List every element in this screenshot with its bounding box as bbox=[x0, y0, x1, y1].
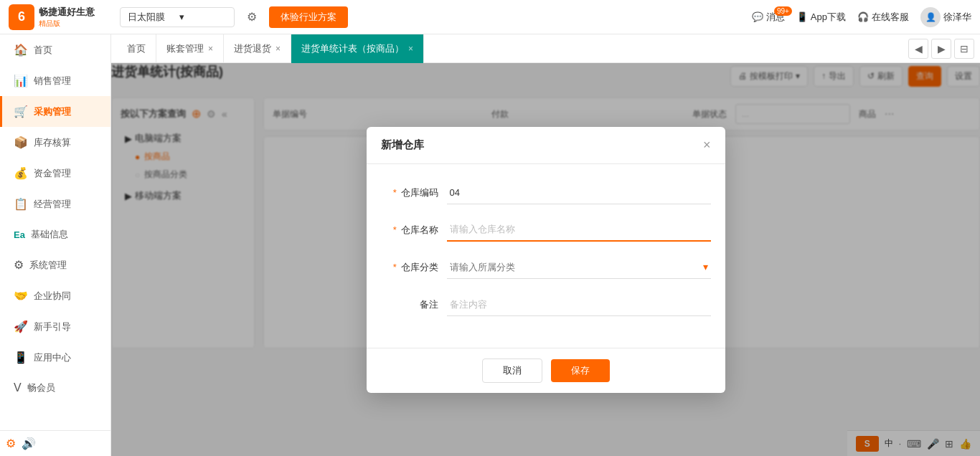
modal-body: * 仓库编码 * 仓库名称 bbox=[367, 164, 725, 348]
sidebar-footer: ⚙ 🔊 bbox=[0, 430, 110, 456]
tab-home[interactable]: 首页 bbox=[117, 34, 156, 63]
content-area: 首页 账套管理 × 进货退货 × 进货单统计表（按商品） × ◀ ▶ ⊟ bbox=[111, 34, 980, 456]
phone-icon: 📱 bbox=[796, 11, 808, 22]
warehouse-name-input[interactable] bbox=[447, 219, 711, 242]
settings-footer-icon[interactable]: ⚙ bbox=[6, 437, 16, 450]
store-selector[interactable]: 日太阳膜 ▾ bbox=[120, 7, 235, 27]
tab-menu-button[interactable]: ⊟ bbox=[954, 39, 974, 59]
required-mark-code: * bbox=[393, 187, 397, 198]
sidebar-item-finance[interactable]: 💰 资金管理 bbox=[0, 158, 110, 189]
sidebar-item-basic-info[interactable]: Ea 基础信息 bbox=[0, 219, 110, 250]
sidebar-item-label: 销售管理 bbox=[34, 75, 71, 87]
name-label: * 仓库名称 bbox=[381, 224, 438, 237]
sidebar-item-label: 应用中心 bbox=[34, 351, 71, 364]
settings-button[interactable]: ⚙ bbox=[240, 6, 263, 29]
sidebar-item-label: 首页 bbox=[34, 44, 52, 57]
sidebar-item-label: 基础信息 bbox=[31, 228, 68, 241]
cancel-button[interactable]: 取消 bbox=[482, 358, 542, 383]
sidebar-item-apps[interactable]: 📱 应用中心 bbox=[0, 342, 110, 373]
tab-purchase-stats-label: 进货单统计表（按商品） bbox=[301, 42, 404, 55]
gear-icon: ⚙ bbox=[247, 10, 257, 24]
headset-icon: 🎧 bbox=[857, 11, 869, 22]
top-header: 6 畅捷通好生意 精品版 日太阳膜 ▾ ⚙ 体验行业方案 💬 消息 99+ 📱 … bbox=[0, 0, 980, 34]
form-row-code: * 仓库编码 bbox=[381, 181, 711, 204]
finance-icon: 💰 bbox=[14, 166, 28, 180]
home-icon: 🏠 bbox=[14, 43, 28, 57]
sidebar-item-inventory[interactable]: 📦 库存核算 bbox=[0, 127, 110, 158]
sidebar-item-operations[interactable]: 📋 经营管理 bbox=[0, 189, 110, 219]
sidebar: 🏠 首页 📊 销售管理 🛒 采购管理 📦 库存核算 💰 资金管理 📋 经营管理 … bbox=[0, 34, 111, 456]
tab-controls: ◀ ▶ ⊟ bbox=[908, 39, 974, 59]
trial-button[interactable]: 体验行业方案 bbox=[269, 6, 348, 28]
tab-account-label: 账套管理 bbox=[166, 42, 204, 55]
category-label: * 仓库分类 bbox=[381, 261, 438, 274]
header-right: 💬 消息 99+ 📱 App下载 🎧 在线客服 👤 徐泽华 bbox=[752, 7, 971, 27]
tab-purchase-return[interactable]: 进货退货 × bbox=[224, 34, 291, 63]
logo-title: 畅捷通好生意 bbox=[39, 6, 95, 19]
required-mark-category: * bbox=[393, 262, 397, 272]
sidebar-item-label: 经营管理 bbox=[34, 198, 71, 211]
sidebar-item-label: 采购管理 bbox=[34, 105, 71, 118]
page-content: 进货单统计(按商品) 🖨 按模板打印 ▾ ↑ 导出 ↺ bbox=[111, 63, 980, 456]
sales-icon: 📊 bbox=[14, 74, 28, 87]
main-layout: 🏠 首页 📊 销售管理 🛒 采购管理 📦 库存核算 💰 资金管理 📋 经营管理 … bbox=[0, 34, 980, 456]
sidebar-item-vip[interactable]: V 畅会员 bbox=[0, 373, 110, 403]
avatar: 👤 bbox=[920, 7, 941, 27]
tab-scroll-left-button[interactable]: ◀ bbox=[908, 39, 928, 59]
online-service-button[interactable]: 🎧 在线客服 bbox=[857, 11, 909, 24]
vip-icon: V bbox=[14, 381, 22, 394]
speaker-icon[interactable]: 🔊 bbox=[22, 437, 36, 450]
sidebar-item-system[interactable]: ⚙ 系统管理 bbox=[0, 250, 110, 280]
tab-purchase-stats[interactable]: 进货单统计表（按商品） × bbox=[291, 34, 424, 63]
tab-purchase-return-label: 进货退货 bbox=[234, 42, 271, 55]
sidebar-item-home[interactable]: 🏠 首页 bbox=[0, 34, 110, 65]
message-icon: 💬 bbox=[752, 11, 763, 22]
form-row-category: * 仓库分类 ▾ bbox=[381, 256, 711, 279]
sidebar-item-sales[interactable]: 📊 销售管理 bbox=[0, 65, 110, 96]
category-input[interactable] bbox=[450, 262, 703, 272]
basic-info-icon: Ea bbox=[14, 229, 25, 240]
tab-scroll-right-button[interactable]: ▶ bbox=[931, 39, 951, 59]
enterprise-icon: 🤝 bbox=[14, 289, 28, 303]
sidebar-item-label: 资金管理 bbox=[34, 167, 71, 180]
tab-home-label: 首页 bbox=[127, 42, 146, 55]
user-profile-button[interactable]: 👤 徐泽华 bbox=[920, 7, 971, 27]
modal-title: 新增仓库 bbox=[381, 138, 424, 152]
warehouse-note-input[interactable] bbox=[447, 293, 711, 316]
store-name: 日太阳膜 bbox=[128, 11, 175, 24]
guide-icon: 🚀 bbox=[14, 320, 28, 333]
sidebar-item-guide[interactable]: 🚀 新手引导 bbox=[0, 311, 110, 342]
warehouse-category-select[interactable]: ▾ bbox=[447, 256, 711, 279]
tab-purchase-return-close-icon[interactable]: × bbox=[275, 44, 281, 54]
sidebar-item-label: 新手引导 bbox=[34, 320, 71, 333]
purchase-icon: 🛒 bbox=[14, 105, 28, 118]
logo-icon: 6 bbox=[9, 4, 34, 30]
system-icon: ⚙ bbox=[14, 258, 24, 272]
save-button[interactable]: 保存 bbox=[551, 359, 610, 382]
apps-icon: 📱 bbox=[14, 351, 28, 364]
note-label: 备注 bbox=[381, 298, 438, 311]
operations-icon: 📋 bbox=[14, 197, 28, 211]
message-badge: 99+ bbox=[774, 6, 792, 16]
modal-header: 新增仓库 × bbox=[367, 127, 725, 164]
tab-bar: 首页 账套管理 × 进货退货 × 进货单统计表（按商品） × ◀ ▶ ⊟ bbox=[111, 34, 980, 63]
category-dropdown-icon[interactable]: ▾ bbox=[703, 261, 708, 272]
tab-purchase-stats-close-icon[interactable]: × bbox=[408, 44, 413, 54]
logo-area: 6 畅捷通好生意 精品版 bbox=[9, 4, 120, 30]
modal-new-warehouse: 新增仓库 × * 仓库编码 bbox=[367, 127, 725, 393]
logo-sub: 精品版 bbox=[39, 19, 95, 29]
tab-account-close-icon[interactable]: × bbox=[208, 44, 213, 54]
form-row-name: * 仓库名称 bbox=[381, 219, 711, 242]
tab-account[interactable]: 账套管理 × bbox=[156, 34, 224, 63]
warehouse-code-input[interactable] bbox=[447, 181, 711, 204]
sidebar-item-enterprise[interactable]: 🤝 企业协同 bbox=[0, 280, 110, 311]
modal-footer: 取消 保存 bbox=[367, 348, 725, 393]
sidebar-item-purchase[interactable]: 🛒 采购管理 bbox=[0, 96, 110, 127]
message-button[interactable]: 💬 消息 99+ bbox=[752, 11, 785, 24]
modal-close-icon[interactable]: × bbox=[703, 138, 711, 151]
code-label: * 仓库编码 bbox=[381, 186, 438, 199]
app-download-button[interactable]: 📱 App下载 bbox=[796, 11, 846, 24]
app-download-label: App下载 bbox=[811, 11, 846, 24]
user-name: 徐泽华 bbox=[943, 11, 971, 24]
online-service-label: 在线客服 bbox=[872, 11, 909, 24]
